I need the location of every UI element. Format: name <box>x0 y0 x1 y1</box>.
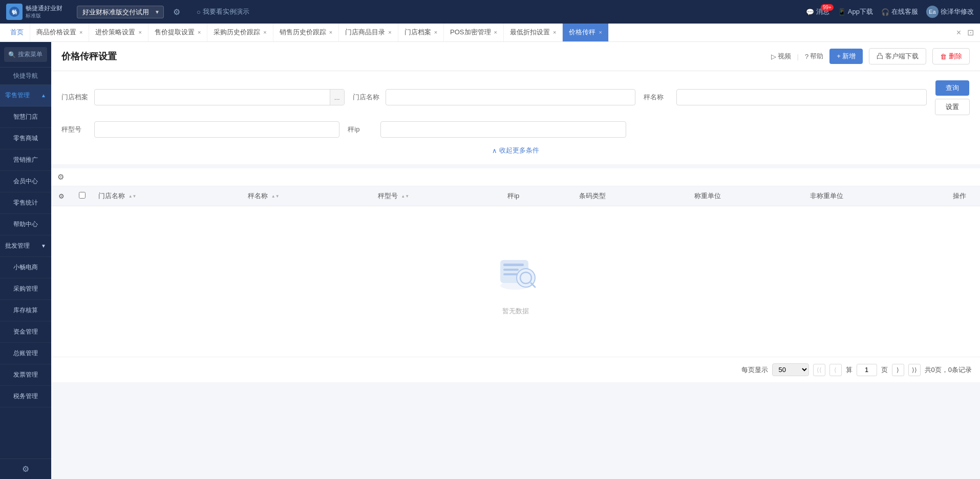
store-name-field: 门店名称 <box>353 89 636 105</box>
sidebar-settings-button[interactable]: ⚙ <box>22 464 29 474</box>
tab-pos-manage[interactable]: POS加密管理 × <box>444 24 504 42</box>
sidebar-item-inventory[interactable]: 库存核算 <box>0 300 51 321</box>
add-button[interactable]: + 新增 <box>829 49 863 64</box>
page-header-actions: ▷ 视频 | ? 帮助 + 新增 凸 客户端下载 🗑 删除 <box>771 48 970 64</box>
tab-close-icon[interactable]: × <box>553 29 556 35</box>
sidebar: 🔍 搜索菜单 快捷导航 零售管理 ▲ 智慧门店 零售商城 营销推广 会员中心 零… <box>0 42 51 479</box>
sidebar-item-general-ledger[interactable]: 总账管理 <box>0 343 51 364</box>
col-barcode-type: 条码类型 <box>573 186 688 206</box>
tab-close-icon[interactable]: × <box>138 29 141 35</box>
sidebar-item-smart-store[interactable]: 智慧门店 <box>0 106 51 128</box>
user-area[interactable]: Ea 徐泽华修改 <box>926 6 974 18</box>
maximize-tab-button[interactable]: ⊡ <box>965 28 976 37</box>
tab-close-icon[interactable]: × <box>79 29 82 35</box>
tab-purchase-strategy[interactable]: 进价策略设置 × <box>89 24 148 42</box>
col-settings: ⚙ <box>51 186 72 206</box>
sidebar-item-purchase[interactable]: 采购管理 <box>0 278 51 300</box>
col-scale-name[interactable]: 秤名称 ▲▼ <box>242 186 372 206</box>
store-archive-ellipsis-button[interactable]: ... <box>330 90 344 105</box>
tab-close-icon[interactable]: × <box>434 29 437 35</box>
search-menu-button[interactable]: 🔍 搜索菜单 <box>4 47 47 62</box>
selector-settings-icon[interactable]: ⚙ <box>171 5 182 19</box>
store-name-input[interactable] <box>386 89 636 105</box>
tab-product-price[interactable]: 商品价格设置 × <box>30 24 89 42</box>
tab-close-icon[interactable]: × <box>329 29 332 35</box>
set-button[interactable]: 设置 <box>935 99 970 115</box>
tab-close-icon[interactable]: × <box>599 29 602 35</box>
delete-button[interactable]: 🗑 删除 <box>932 48 970 64</box>
divider: | <box>797 53 799 60</box>
sidebar-quicknav[interactable]: 快捷导航 <box>0 68 51 85</box>
col-scale-model[interactable]: 秤型号 ▲▼ <box>372 186 502 206</box>
sidebar-item-retail-stats[interactable]: 零售统计 <box>0 192 51 214</box>
tab-min-discount[interactable]: 最低折扣设置 × <box>504 24 563 42</box>
close-tab-button[interactable]: × <box>954 28 963 37</box>
sidebar-item-retail-mall[interactable]: 零售商城 <box>0 128 51 149</box>
query-button-area: 查询 设置 <box>935 79 970 115</box>
logo-icon: 畅 <box>6 4 23 20</box>
scale-model-input[interactable] <box>94 121 339 138</box>
sidebar-item-help[interactable]: 帮助中心 <box>0 214 51 235</box>
tab-sale-price[interactable]: 售价提取设置 × <box>148 24 207 42</box>
sidebar-item-member[interactable]: 会员中心 <box>0 171 51 192</box>
sidebar-item-ecommerce[interactable]: 小畅电商 <box>0 257 51 278</box>
scale-ip-input[interactable] <box>380 121 626 138</box>
tab-home[interactable]: 首页 <box>4 24 30 42</box>
tab-close-icon[interactable]: × <box>494 29 497 35</box>
col-store-name[interactable]: 门店名称 ▲▼ <box>92 186 242 206</box>
tab-price-scale[interactable]: 价格传秤 × <box>563 24 608 42</box>
first-page-button[interactable]: ⟨⟨ <box>813 364 825 376</box>
tab-store-archive[interactable]: 门店档案 × <box>398 24 444 42</box>
sidebar-item-invoice[interactable]: 发票管理 <box>0 364 51 386</box>
main-layout: 🔍 搜索菜单 快捷导航 零售管理 ▲ 智慧门店 零售商城 营销推广 会员中心 零… <box>0 42 980 479</box>
messages-button[interactable]: 💬 消息 99+ <box>806 7 829 16</box>
tab-close-icon[interactable]: × <box>263 29 266 35</box>
store-archive-input[interactable] <box>95 91 330 104</box>
per-page-label: 每页显示 <box>741 365 768 375</box>
download-button[interactable]: 凸 客户端下载 <box>869 48 926 64</box>
tab-close-icon[interactable]: × <box>198 29 201 35</box>
collapse-button[interactable]: ∧ 收起更多条件 <box>492 146 539 155</box>
nav-tabs-end: × ⊡ <box>954 28 976 37</box>
scale-name-input[interactable] <box>676 89 927 105</box>
version-selector[interactable]: 好业财标准版交付试用 <box>77 6 164 18</box>
sidebar-item-marketing[interactable]: 营销推广 <box>0 149 51 171</box>
tab-close-icon[interactable]: × <box>388 29 391 35</box>
search-icon: 🔍 <box>8 51 16 58</box>
sidebar-item-tax[interactable]: 税务管理 <box>0 386 51 407</box>
scale-ip-label: 秤ip <box>348 125 376 134</box>
svg-text:畅: 畅 <box>12 9 17 15</box>
sidebar-item-funds[interactable]: 资金管理 <box>0 321 51 343</box>
store-archive-field: 门店档案 ... <box>61 89 345 105</box>
query-button[interactable]: 查询 <box>935 80 969 96</box>
table-settings-button[interactable]: ⚙ <box>57 172 64 182</box>
message-badge: 99+ <box>821 4 834 11</box>
sidebar-bottom: ⚙ <box>0 459 51 479</box>
sidebar-item-retail[interactable]: 零售管理 ▲ <box>0 85 51 106</box>
help-link[interactable]: ? 帮助 <box>805 52 823 61</box>
arrow-icon: ▼ <box>41 243 46 249</box>
store-archive-label: 门店档案 <box>61 93 90 102</box>
online-service-button[interactable]: 🎧 在线客服 <box>881 7 918 16</box>
tab-purchase-history[interactable]: 采购历史价跟踪 × <box>207 24 273 42</box>
nav-tabs-bar: 首页 商品价格设置 × 进价策略设置 × 售价提取设置 × 采购历史价跟踪 × … <box>0 24 980 42</box>
sidebar-item-wholesale[interactable]: 批发管理 ▼ <box>0 235 51 257</box>
select-all-checkbox[interactable] <box>79 192 86 199</box>
col-non-weight-unit: 非称重单位 <box>804 186 939 206</box>
prev-page-button[interactable]: ⟨ <box>829 364 842 376</box>
demo-link[interactable]: ○ 我要看实例演示 <box>197 7 249 16</box>
last-page-button[interactable]: ⟩⟩ <box>908 364 921 376</box>
scale-ip-field: 秤ip <box>348 121 626 138</box>
store-name-label: 门店名称 <box>353 93 381 102</box>
col-checkbox[interactable] <box>72 186 92 206</box>
next-page-button[interactable]: ⟩ <box>892 364 904 376</box>
per-page-select[interactable]: 102050100 <box>772 363 809 376</box>
app-download-button[interactable]: 📱 App下载 <box>838 7 873 16</box>
page-input[interactable] <box>857 364 877 376</box>
video-link[interactable]: ▷ 视频 <box>771 52 791 61</box>
search-form: 门店档案 ... 门店名称 秤名称 查 <box>51 71 980 164</box>
tab-store-catalog[interactable]: 门店商品目录 × <box>339 24 398 42</box>
version-selector-wrap[interactable]: 好业财标准版交付试用 ▼ <box>77 6 164 18</box>
tab-sale-history[interactable]: 销售历史价跟踪 × <box>273 24 339 42</box>
header-left: 畅 畅捷通好业财 标准版 好业财标准版交付试用 ▼ ⚙ ○ 我要看实例演示 <box>6 4 249 20</box>
